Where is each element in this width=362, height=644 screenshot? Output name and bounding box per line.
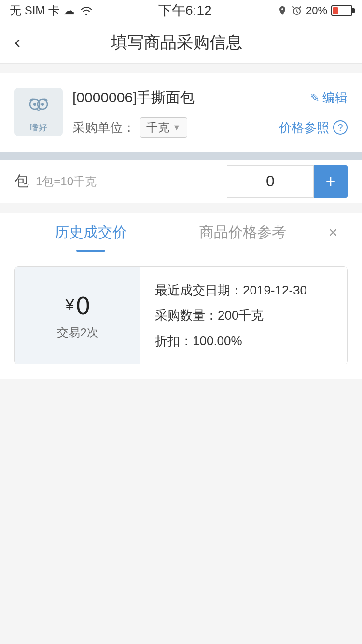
edit-icon: ✎: [310, 91, 320, 105]
history-price: ¥ 0: [66, 291, 90, 320]
product-info: [0000006]手撕面包 ✎ 编辑 采购单位： 千克 ▼ 价格参照 ?: [72, 88, 348, 138]
unit-value: 千克: [146, 120, 169, 135]
unit-box-label: 包: [14, 171, 29, 191]
qty-label: 采购数量：: [155, 308, 218, 322]
tab-history-price[interactable]: 历史成交价: [14, 213, 167, 252]
discount-label: 折扣：: [155, 334, 193, 348]
product-logo-text: 嗜好: [30, 122, 47, 133]
svg-point-3: [33, 103, 36, 106]
svg-point-4: [41, 103, 44, 106]
help-icon: ?: [333, 120, 348, 135]
tab-product-label: 商品价格参考: [199, 223, 286, 242]
unit-label: 采购单位：: [72, 119, 135, 136]
product-section: 嗜好 [0000006]手撕面包 ✎ 编辑 采购单位： 千克 ▼ 价格参照 ?: [0, 73, 362, 152]
quantity-input-wrap[interactable]: [227, 165, 314, 198]
unit-convert-text: 1包=10千克: [36, 174, 97, 189]
location-icon: [277, 5, 288, 16]
edit-label: 编辑: [322, 89, 348, 106]
battery-percent: 20%: [306, 4, 327, 17]
page-title: 填写商品采购信息: [30, 31, 323, 54]
product-logo: 嗜好: [14, 88, 63, 136]
gray-divider: [0, 152, 362, 160]
unit-selector[interactable]: 采购单位： 千克 ▼: [72, 117, 187, 138]
tab-close-button[interactable]: ×: [319, 218, 348, 247]
status-left: 无 SIM 卡 ☁: [10, 3, 93, 18]
trade-date-row: 最近成交日期：2019-12-30: [155, 281, 333, 299]
unit-tag[interactable]: 千克 ▼: [140, 117, 187, 138]
quantity-unit-info: 包 1包=10千克: [14, 171, 97, 191]
bottom-space: [0, 379, 362, 644]
history-content: ¥ 0 交易2次 最近成交日期：2019-12-30 采购数量：200千克 折扣…: [0, 252, 362, 379]
trade-discount-row: 折扣：100.00%: [155, 332, 333, 350]
plus-button[interactable]: +: [314, 165, 348, 198]
quantity-input[interactable]: [227, 172, 313, 190]
trade-count: 交易2次: [57, 325, 98, 340]
quantity-row: 包 1包=10千克 +: [0, 160, 362, 203]
wifi-icon: [80, 5, 93, 16]
date-value: 2019-12-30: [243, 283, 307, 297]
tab-history-label: 历史成交价: [55, 223, 127, 242]
status-bar: 无 SIM 卡 ☁ 下午6:12 20%: [0, 0, 362, 21]
tab-section: 历史成交价 商品价格参考 × ¥ 0 交易2次 最近成交日期：2019-12-3…: [0, 213, 362, 379]
trade-qty-row: 采购数量：200千克: [155, 307, 333, 324]
alarm-icon: [292, 5, 302, 16]
product-logo-icon: [24, 91, 53, 120]
history-card-right: 最近成交日期：2019-12-30 采购数量：200千克 折扣：100.00%: [140, 267, 347, 364]
product-meta: 采购单位： 千克 ▼ 价格参照 ?: [72, 117, 348, 138]
tab-bar: 历史成交价 商品价格参考 ×: [0, 213, 362, 252]
tab-product-price-ref[interactable]: 商品价格参考: [167, 213, 319, 252]
product-name: [0000006]手撕面包: [72, 88, 195, 108]
sim-label: 无 SIM 卡 ☁: [10, 3, 75, 18]
status-right: 20%: [277, 4, 352, 17]
product-header: [0000006]手撕面包 ✎ 编辑: [72, 88, 348, 108]
battery-icon: [331, 5, 352, 16]
edit-button[interactable]: ✎ 编辑: [310, 89, 348, 106]
quantity-controls[interactable]: +: [227, 165, 348, 198]
price-symbol: ¥: [66, 296, 74, 314]
qty-value: 200千克: [218, 308, 264, 322]
history-card-left: ¥ 0 交易2次: [15, 267, 140, 364]
back-button[interactable]: ‹: [14, 28, 30, 57]
date-label: 最近成交日期：: [155, 283, 243, 297]
price-ref-button[interactable]: 价格参照 ?: [279, 119, 348, 136]
status-time: 下午6:12: [158, 1, 212, 20]
caret-icon: ▼: [172, 123, 181, 133]
discount-value: 100.00%: [193, 334, 242, 348]
price-ref-label: 价格参照: [279, 119, 329, 136]
history-card: ¥ 0 交易2次 最近成交日期：2019-12-30 采购数量：200千克 折扣…: [14, 266, 348, 364]
price-amount: 0: [76, 291, 90, 320]
nav-bar: ‹ 填写商品采购信息: [0, 21, 362, 64]
